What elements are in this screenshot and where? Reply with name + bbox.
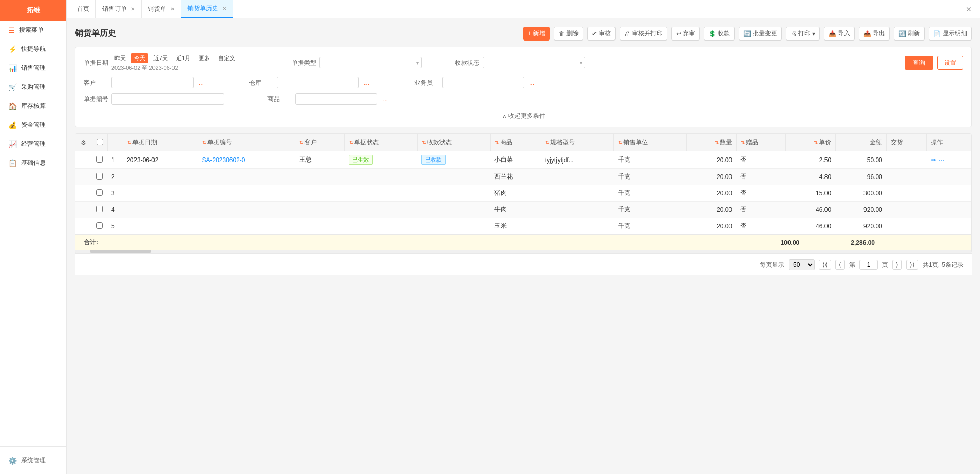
next-page-btn[interactable]: ⟩: [892, 260, 902, 270]
operations-icon: 📈: [8, 140, 17, 148]
import-button[interactable]: 📥 导入: [824, 27, 855, 41]
row-checkbox-2[interactable]: [96, 189, 103, 196]
sidebar-item-system[interactable]: ⚙️ 系统管理: [0, 451, 66, 470]
customer-input[interactable]: [111, 77, 194, 88]
table-cell: [198, 218, 295, 234]
row-checkbox-1[interactable]: [96, 173, 103, 180]
show-detail-button[interactable]: 📄 显示明细: [929, 27, 972, 41]
delete-button[interactable]: 🗑 删除: [554, 27, 583, 41]
select-all-checkbox[interactable]: [97, 139, 103, 145]
date-tab-today[interactable]: 今天: [131, 53, 148, 63]
col-unit-price[interactable]: ⇅单价: [786, 134, 836, 151]
tab-sales-order[interactable]: 销售订单 ✕: [96, 0, 142, 18]
per-page-label: 每页显示: [760, 261, 784, 269]
batch-change-button[interactable]: 🔄 批量变更: [739, 27, 782, 41]
collapse-up-icon: ∧: [502, 113, 507, 120]
warehouse-input[interactable]: [277, 77, 359, 88]
total-info: 共1页, 5条记录: [923, 261, 964, 269]
payment-status-select[interactable]: [483, 57, 585, 68]
more-btn[interactable]: ⋯: [937, 156, 946, 164]
tab-sales-order-close[interactable]: ✕: [131, 6, 135, 12]
sidebar-item-base-info[interactable]: 📋 基础信息: [0, 153, 66, 172]
per-page-select[interactable]: 50 100 200: [789, 259, 815, 270]
warehouse-ellipsis[interactable]: ...: [362, 79, 371, 86]
col-spec[interactable]: ⇅规格型号: [541, 134, 614, 151]
row-checkbox-4[interactable]: [96, 222, 103, 229]
salesperson-ellipsis[interactable]: ...: [527, 79, 536, 86]
export-button[interactable]: 📤 导出: [859, 27, 890, 41]
review-print-button[interactable]: 🖨 审核并打印: [620, 27, 667, 41]
sidebar-item-quick-nav[interactable]: ⚡ 快捷导航: [0, 40, 66, 58]
col-customer[interactable]: ⇅客户: [295, 134, 345, 151]
tab-sales-history[interactable]: 销货单历史 ✕: [181, 0, 233, 18]
table-cell: [344, 169, 417, 185]
refresh-button[interactable]: 🔃 刷新: [894, 27, 925, 41]
tab-sales-history-label: 销货单历史: [187, 4, 218, 13]
first-page-btn[interactable]: ⟨⟨: [819, 260, 831, 270]
new-button[interactable]: + 新增: [523, 27, 550, 41]
date-tab-yesterday[interactable]: 昨天: [111, 53, 129, 63]
table-cell: 46.00: [786, 202, 836, 218]
sidebar-item-finance[interactable]: 💰 资金管理: [0, 115, 66, 134]
collapse-button[interactable]: ∧ 收起更多条件: [502, 112, 545, 121]
sidebar-item-purchase-mgmt[interactable]: 🛒 采购管理: [0, 77, 66, 96]
row-checkbox-3[interactable]: [96, 206, 103, 212]
page-input[interactable]: [859, 260, 878, 270]
table-cell: 920.00: [835, 218, 887, 234]
doc-no-link[interactable]: SA-20230602-0: [202, 156, 245, 164]
query-button[interactable]: 查询: [905, 56, 933, 70]
salesperson-input[interactable]: [442, 77, 524, 88]
date-tab-custom[interactable]: 自定义: [215, 53, 238, 63]
row-checkbox-0[interactable]: [96, 156, 103, 163]
date-tab-1month[interactable]: 近1月: [173, 53, 194, 63]
table-body: 12023-06-02SA-20230602-0王总已生效已收款小白菜tyjyt…: [75, 151, 971, 234]
table-cell: [75, 185, 92, 202]
table-cell: ✏⋯: [926, 151, 971, 169]
col-doc-status[interactable]: ⇅单据状态: [344, 134, 417, 151]
prev-page-btn[interactable]: ⟨: [835, 260, 845, 270]
abandon-button[interactable]: ↩ 弃审: [671, 27, 700, 41]
setting-button[interactable]: 设置: [937, 56, 963, 70]
delete-icon: 🗑: [559, 30, 565, 37]
date-tab-more[interactable]: 更多: [196, 53, 213, 63]
edit-btn[interactable]: ✏: [930, 156, 937, 164]
table-cell: [417, 202, 490, 218]
tab-sales-history-close[interactable]: ✕: [222, 6, 226, 11]
table-cell: [541, 202, 614, 218]
col-qty[interactable]: ⇅数量: [687, 134, 737, 151]
col-doc-no[interactable]: ⇅单据编号: [198, 134, 295, 151]
tab-home-label: 首页: [77, 5, 89, 13]
doc-no-input[interactable]: [111, 93, 224, 105]
footer-label: 合计:: [80, 238, 110, 247]
table-cell: 千克: [614, 218, 687, 234]
goods-ellipsis[interactable]: ...: [380, 95, 390, 103]
doc-type-select[interactable]: [319, 57, 422, 68]
sidebar-item-label: 库存核算: [21, 102, 46, 110]
date-tab-7days[interactable]: 近7天: [150, 53, 171, 63]
review-button[interactable]: ✔ 审核: [587, 27, 616, 41]
table-cell: [344, 202, 417, 218]
goods-input[interactable]: [295, 93, 377, 105]
col-unit[interactable]: ⇅销售单位: [614, 134, 687, 151]
col-doc-date[interactable]: ⇅单据日期: [123, 134, 198, 151]
sidebar-item-search-menu[interactable]: ☰ 搜索菜单: [0, 21, 66, 40]
close-all-tabs[interactable]: ✕: [962, 5, 976, 13]
col-payment-status[interactable]: ⇅收款状态: [417, 134, 490, 151]
table-settings-icon[interactable]: ⚙: [75, 134, 92, 151]
horizontal-scrollbar[interactable]: [90, 250, 151, 253]
print-button[interactable]: 🖨 打印 ▾: [786, 27, 820, 41]
sidebar-item-inventory[interactable]: 🏠 库存核算: [0, 96, 66, 115]
table-cell: 1: [107, 151, 123, 169]
customer-ellipsis[interactable]: ...: [197, 79, 206, 86]
last-page-btn[interactable]: ⟩⟩: [906, 260, 918, 270]
tab-home[interactable]: 首页: [71, 0, 96, 18]
tab-sales-goods[interactable]: 销货单 ✕: [142, 0, 181, 18]
collect-button[interactable]: 💲 收款: [704, 27, 735, 41]
table-cell: [541, 169, 614, 185]
data-table: ⚙ ⇅单据日期 ⇅单据编号 ⇅客户 ⇅单据状态 ⇅收款状态 ⇅商品 ⇅规格型号 …: [75, 133, 972, 253]
tab-sales-goods-close[interactable]: ✕: [170, 6, 175, 12]
sidebar-item-sales-mgmt[interactable]: 📊 销售管理: [0, 58, 66, 77]
sidebar-item-operations[interactable]: 📈 经营管理: [0, 134, 66, 153]
col-goods[interactable]: ⇅商品: [490, 134, 541, 151]
col-gift[interactable]: ⇅赠品: [736, 134, 786, 151]
